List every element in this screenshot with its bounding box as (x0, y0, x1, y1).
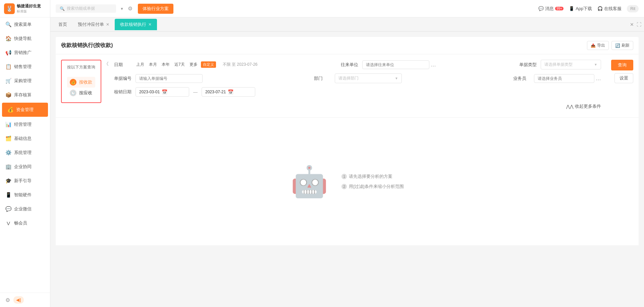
dept-label: 部门 (314, 75, 331, 82)
sidebar-item-label: 智能硬件 (14, 192, 32, 198)
doc-no-input[interactable] (136, 74, 203, 83)
counterparty-input[interactable] (362, 60, 429, 69)
tab-collection-label: 收款核销执行 (120, 21, 146, 28)
staff-ellipsis-icon[interactable]: … (596, 75, 601, 82)
hint-number-2: 2 (341, 184, 347, 189)
sidebar-logo: 🐰 畅捷通好生意 标准版 (0, 0, 50, 17)
tab-collection[interactable]: 收款核销执行 ✕ (115, 19, 157, 30)
dropdown-arrow-icon[interactable]: ▼ (120, 7, 124, 11)
guide-icon: 🎓 (5, 178, 11, 184)
settings-button[interactable]: 设置 (614, 73, 633, 83)
tabs-bar: 首页 预付冲应付单 ✕ 收款核销执行 ✕ ✕ ⛶ (50, 17, 644, 32)
main-area: 🔍 搜索功能或单据 ▼ ⚙ 体验行业方案 💬 消息 99+ 📱 App下载 🎧 … (50, 0, 644, 307)
tab-collection-close-icon[interactable]: ✕ (148, 22, 152, 27)
topbar: 🔍 搜索功能或单据 ▼ ⚙ 体验行业方案 💬 消息 99+ 📱 App下载 🎧 … (50, 0, 644, 17)
sales-icon: 📋 (5, 64, 11, 70)
date-quick-buttons: 上月 本月 本年 近7天 更多 自定义 (135, 61, 216, 68)
date-label: 日期 (114, 62, 131, 68)
sidebar-item-system[interactable]: ⚙️ 系统管理 (0, 146, 50, 160)
filter-row-1: 日期 上月 本月 本年 近7天 更多 自定义 不限 至 2023-07-26 往… (114, 60, 601, 69)
calendar-to-icon[interactable]: 📅 (228, 89, 233, 95)
online-service-action[interactable]: 🎧 在线客服 (597, 6, 622, 12)
search-icon: 🔍 (60, 6, 65, 11)
logo-text: 畅捷通好生意 标准版 (17, 4, 41, 13)
filter-form: 日期 上月 本月 本年 近7天 更多 自定义 不限 至 2023-07-26 往… (114, 60, 601, 112)
doc-type-select[interactable]: 请选择单据类型 ▼ (541, 60, 601, 69)
sidebar-item-inventory[interactable]: 📦 库存核算 (0, 88, 50, 102)
counterparty-ellipsis-icon[interactable]: … (431, 62, 436, 68)
logo-icon: 🐰 (4, 3, 15, 14)
sidebar-item-weixin[interactable]: 💬 企业微信 (0, 202, 50, 216)
query-button[interactable]: 查询 (611, 60, 633, 70)
verify-date-to-value: 2023-07-21 (205, 90, 226, 94)
sidebar-item-hardware[interactable]: 📱 智能硬件 (0, 188, 50, 202)
sidebar-item-purchase[interactable]: 🛒 采购管理 (0, 74, 50, 88)
search-placeholder: 搜索功能或单据 (67, 6, 95, 11)
custom-date-tag[interactable]: 自定义 (201, 61, 216, 68)
expand-window-icon[interactable]: ⛶ (637, 22, 641, 27)
query-option-by-collection[interactable]: 💰 按收款 (67, 77, 95, 88)
date-range-separator: — (193, 90, 198, 95)
edition-label: 标准版 (17, 9, 41, 13)
sidebar-item-sales[interactable]: 📋 销售管理 (0, 60, 50, 74)
sidebar-item-enterprise[interactable]: 🏢 企业协同 (0, 160, 50, 174)
close-window-icon[interactable]: ✕ (630, 22, 634, 27)
sidebar-item-label: 经营管理 (14, 121, 32, 127)
doc-type-label: 单据类型 (519, 62, 537, 68)
filter-actions: 查询 设置 (606, 60, 633, 112)
collapse-button[interactable]: ◀‖ (13, 296, 24, 304)
dept-select[interactable]: 请选择部门 ▼ (335, 73, 402, 83)
search-bar[interactable]: 🔍 搜索功能或单据 (56, 4, 116, 13)
topbar-gear-icon[interactable]: ⚙ (128, 5, 132, 12)
verify-date-from-value: 2023-03-01 (139, 90, 160, 94)
verify-date-from[interactable]: 2023-03-01 📅 (136, 87, 189, 97)
more-date-btn[interactable]: 更多 (188, 61, 199, 68)
query-selector-collapse-icon[interactable]: 《 (104, 61, 109, 67)
tab-home[interactable]: 首页 (53, 19, 72, 30)
filter-row-2: 单据编号 部门 请选择部门 ▼ 业务员 … (114, 73, 601, 83)
staff-input[interactable] (534, 74, 594, 83)
app-download-action[interactable]: 📱 App下载 (569, 6, 592, 12)
refresh-button[interactable]: 🔄 刷新 (611, 41, 633, 50)
this-year-btn[interactable]: 本年 (160, 61, 171, 68)
collection-option-icon: 💰 (70, 79, 76, 86)
message-label: 消息 (545, 6, 554, 12)
more-conditions-button[interactable]: ⋀⋀ 收起更多条件 (114, 101, 601, 112)
sidebar-item-marketing[interactable]: 📢 营销推广 (0, 46, 50, 60)
settings-icon[interactable]: ⚙ (5, 297, 10, 303)
staff-label: 业务员 (513, 75, 530, 82)
doc-no-label: 单据编号 (114, 75, 131, 82)
page-title: 收款核销执行(按收款) (61, 42, 113, 49)
brand-name: 畅捷通好生意 (17, 4, 41, 9)
export-button[interactable]: 📤 导出 (587, 41, 609, 50)
user-info[interactable]: Rit (627, 5, 639, 12)
sidebar-item-search-menu[interactable]: 🔍 搜索菜单 (0, 17, 50, 32)
home-icon: 🏠 (5, 36, 11, 42)
sidebar-item-finance[interactable]: 💰 资金管理 (2, 103, 48, 117)
last-month-btn[interactable]: 上月 (135, 61, 146, 68)
vip-icon: V (5, 220, 11, 226)
sidebar-item-management[interactable]: 📊 经营管理 (0, 117, 50, 132)
tabs-right: ✕ ⛶ (630, 22, 641, 27)
tab-prepay[interactable]: 预付冲应付单 ✕ (72, 19, 115, 30)
tab-prepay-close-icon[interactable]: ✕ (106, 22, 109, 27)
weixin-icon: 💬 (5, 206, 11, 212)
query-option-by-receivable[interactable]: 🕐 按应收 (67, 88, 95, 98)
last-7-days-btn[interactable]: 近7天 (173, 61, 186, 68)
sidebar-item-label: 销售管理 (14, 64, 32, 70)
refresh-icon: 🔄 (615, 43, 620, 48)
verify-date-to[interactable]: 2023-07-21 📅 (202, 87, 255, 97)
sidebar-item-basic-info[interactable]: 🗂️ 基础信息 (0, 132, 50, 146)
receivable-option-label: 按应收 (79, 90, 92, 96)
sidebar-item-quick-nav[interactable]: 🏠 快捷导航 (0, 32, 50, 46)
this-month-btn[interactable]: 本月 (148, 61, 158, 68)
enterprise-icon: 🏢 (5, 164, 11, 170)
industry-solution-button[interactable]: 体验行业方案 (138, 4, 173, 14)
calendar-from-icon[interactable]: 📅 (162, 89, 167, 95)
sidebar-item-guide[interactable]: 🎓 新手引导 (0, 174, 50, 188)
topbar-actions: 💬 消息 99+ 📱 App下载 🎧 在线客服 Rit (538, 5, 639, 12)
page-content: 收款核销执行(按收款) 📤 导出 🔄 刷新 按以下方案查询 (50, 32, 644, 307)
empty-state: 🤖 1 请先选择要分析的方案 2 用[过滤]条件来缩小分析范围 (56, 118, 639, 245)
sidebar-item-vip[interactable]: V 畅会员 (0, 216, 50, 230)
message-action[interactable]: 💬 消息 99+ (538, 6, 564, 12)
